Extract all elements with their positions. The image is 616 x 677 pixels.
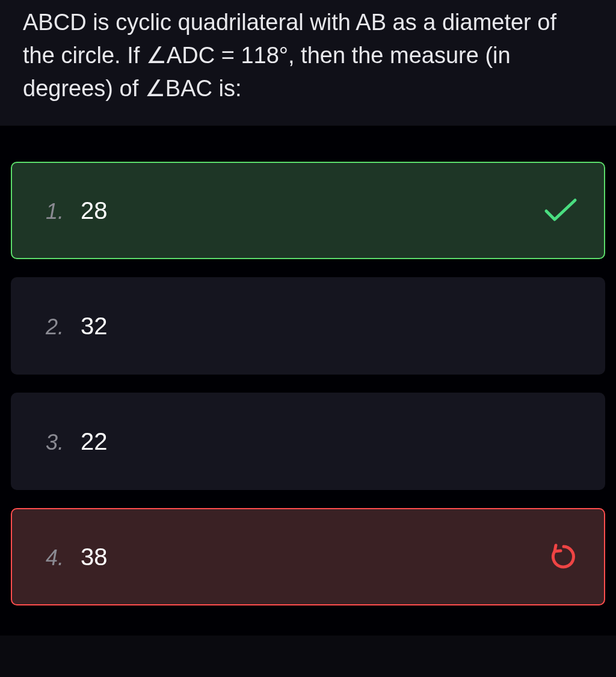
answers-area: 1. 28 2. 32 3. 22 4. 38	[0, 126, 616, 636]
undo-icon	[550, 543, 578, 571]
option-4[interactable]: 4. 38	[11, 508, 605, 605]
option-2[interactable]: 2. 32	[11, 277, 605, 375]
option-number: 2.	[46, 314, 64, 340]
option-value: 22	[81, 428, 108, 455]
question-area: ABCD is cyclic quadrilateral with AB as …	[0, 0, 616, 126]
option-content: 2. 32	[46, 313, 108, 340]
option-number: 3.	[46, 430, 64, 455]
option-number: 4.	[46, 545, 64, 571]
option-content: 3. 22	[46, 428, 108, 455]
option-content: 4. 38	[46, 544, 108, 571]
option-3[interactable]: 3. 22	[11, 393, 605, 490]
option-value: 32	[81, 313, 108, 340]
option-1[interactable]: 1. 28	[11, 162, 605, 259]
option-value: 38	[81, 544, 108, 571]
check-icon	[544, 198, 578, 223]
question-text: ABCD is cyclic quadrilateral with AB as …	[23, 6, 593, 105]
option-number: 1.	[46, 199, 64, 224]
option-content: 1. 28	[46, 197, 108, 224]
option-value: 28	[81, 197, 108, 224]
